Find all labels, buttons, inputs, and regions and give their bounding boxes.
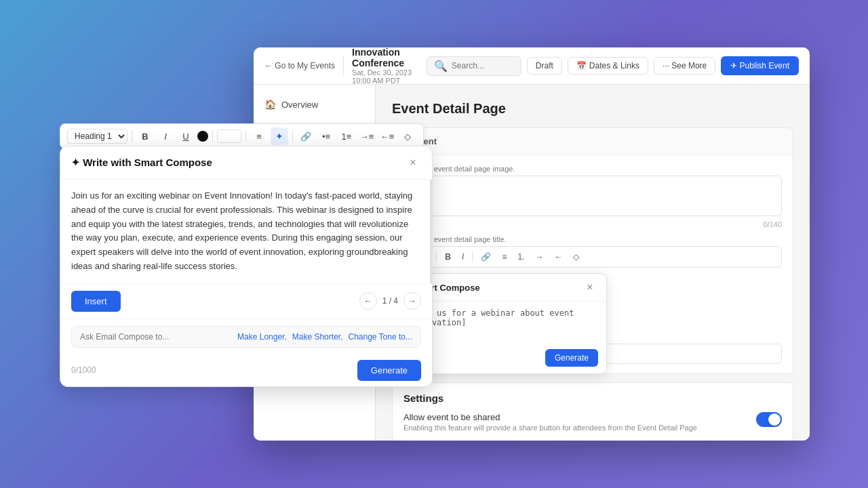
mini-sep-2 [472, 251, 473, 262]
mini-link[interactable]: 🔗 [477, 251, 495, 263]
mini-ordered-list[interactable]: 1. [513, 251, 528, 263]
mini-toolbar: 16 B I 🔗 ≡ 1. → ← ◇ [403, 246, 782, 268]
image-textarea[interactable] [403, 176, 782, 216]
search-input[interactable] [452, 61, 514, 70]
compose-links: Make Longer, Make Shorter, Change Tone t… [237, 332, 412, 342]
dates-links-label: Dates & Links [589, 61, 639, 70]
event-subtitle: Sat, Dec 30, 2023 10:00 AM PDT [352, 68, 418, 85]
sc-generate-row: 0/1000 Generate [60, 354, 432, 386]
sparkle-button[interactable]: ✦ [271, 127, 288, 145]
calendar-icon: 📅 [576, 61, 587, 70]
event-title-group: Innovation Conference Sat, Dec 30, 2023 … [352, 47, 418, 85]
sc-bg-header: Smart Compose × [404, 274, 606, 302]
italic-icon: I [164, 131, 167, 142]
numbered-list-button[interactable]: 1≡ [338, 127, 355, 145]
image-char-count: 0/140 [403, 220, 782, 228]
compose-input[interactable] [80, 332, 232, 342]
allow-share-toggle[interactable] [756, 412, 782, 427]
sc-bg-close[interactable]: × [582, 279, 598, 296]
search-icon: 🔍 [434, 60, 448, 73]
see-more-button[interactable]: ··· See More [654, 57, 715, 75]
mini-bold[interactable]: B [441, 251, 455, 263]
bold-button[interactable]: B [136, 127, 154, 145]
color-picker[interactable] [197, 131, 208, 142]
mini-outdent[interactable]: ← [550, 251, 566, 263]
italic-button[interactable]: I [157, 127, 174, 145]
sc-main-title: ✦ Write with Smart Compose [71, 157, 212, 169]
mini-list[interactable]: ≡ [498, 251, 511, 263]
sc-main-close[interactable]: × [405, 155, 421, 171]
sc-bg-textarea[interactable]: Join us for a webinar about event innova… [412, 308, 598, 336]
back-link[interactable]: ← Go to My Events [264, 61, 335, 70]
content-section-body: Enter an event detail page image. 0/140 … [393, 155, 793, 373]
content-section: Content Enter an event detail page image… [392, 127, 793, 374]
outdent-button[interactable]: ←≡ [378, 127, 396, 145]
main-content: Event Detail Page Content Enter an event… [376, 85, 810, 441]
toolbar-sep-2 [212, 130, 213, 142]
title-field-label: Enter an event detail page title. [403, 235, 782, 243]
font-size-input[interactable]: 16 [217, 129, 241, 143]
setting-name: Allow event to be shared [403, 412, 697, 422]
app-header: ← Go to My Events Innovation Conference … [254, 47, 810, 85]
nav-prev-button[interactable]: ← [359, 292, 377, 310]
dates-links-button[interactable]: 📅 Dates & Links [568, 57, 648, 75]
sc-bg-generate-button[interactable]: Generate [545, 349, 598, 367]
mini-indent[interactable]: → [531, 251, 547, 263]
insert-button[interactable]: Insert [71, 291, 121, 312]
nav-count: 1 / 4 [382, 296, 398, 306]
link-button[interactable]: 🔗 [297, 127, 315, 145]
settings-section: Settings Allow event to be shared Enabli… [392, 382, 793, 441]
make-shorter-link[interactable]: Make Shorter, [292, 332, 343, 342]
toolbar-sep-4 [292, 130, 293, 142]
publish-button[interactable]: ✈ Publish Event [721, 56, 799, 75]
smart-compose-bg: Smart Compose × Join us for a webinar ab… [403, 273, 607, 374]
smart-compose-main: ✦ Write with Smart Compose × Join us for… [60, 146, 433, 387]
underline-button[interactable]: U [177, 127, 195, 145]
sc-bg-footer: Generate [404, 345, 606, 373]
page-title: Event Detail Page [392, 101, 793, 117]
align-left-button[interactable]: ≡ [250, 127, 268, 145]
sidebar-label-overview: Overview [281, 100, 318, 110]
mini-italic[interactable]: I [458, 251, 468, 263]
toolbar-sep-3 [245, 130, 246, 142]
nav-next-button[interactable]: → [403, 292, 421, 310]
bold-icon: B [142, 131, 148, 142]
sc-main-footer: Insert ← 1 / 4 → [60, 283, 432, 319]
draft-button[interactable]: Draft [527, 57, 562, 75]
allow-share-row: Allow event to be shared Enabling this f… [403, 412, 782, 432]
heading-select[interactable]: Heading 1 [67, 129, 127, 144]
sc-bg-body: Join us for a webinar about event innova… [404, 302, 606, 345]
compose-row: Make Longer, Make Shorter, Change Tone t… [71, 326, 421, 348]
search-box[interactable]: 🔍 [427, 56, 521, 76]
image-field-label: Enter an event detail page image. [403, 165, 782, 173]
make-longer-link[interactable]: Make Longer, [237, 332, 287, 342]
mini-diamond[interactable]: ◇ [569, 251, 583, 263]
char-counter: 0/1000 [71, 365, 96, 375]
bullet-list-button[interactable]: •≡ [317, 127, 335, 145]
diamond-button[interactable]: ◇ [399, 127, 416, 145]
underline-icon: U [182, 131, 189, 142]
indent-button[interactable]: →≡ [358, 127, 376, 145]
event-title: Innovation Conference [352, 47, 418, 68]
generate-button[interactable]: Generate [357, 360, 421, 381]
settings-title: Settings [403, 392, 782, 404]
content-section-header: Content [393, 128, 793, 155]
setting-desc: Enabling this feature will provide a sha… [403, 424, 697, 432]
sc-compose-area: Make Longer, Make Shorter, Change Tone t… [60, 319, 432, 354]
change-tone-link[interactable]: Change Tone to... [348, 332, 412, 342]
generated-text: Join us for an exciting webinar on Event… [71, 189, 419, 274]
header-actions: 🔍 Draft 📅 Dates & Links ··· See More ✈ P… [427, 56, 799, 76]
home-icon: 🏠 [264, 99, 276, 110]
sc-main-content: Join us for an exciting webinar on Event… [60, 180, 432, 283]
setting-text: Allow event to be shared Enabling this f… [403, 412, 697, 432]
header-divider [343, 56, 344, 75]
mini-sep-1 [436, 251, 437, 262]
sidebar-item-overview[interactable]: 🏠 Overview [254, 93, 375, 116]
sc-main-header: ✦ Write with Smart Compose × [60, 146, 432, 180]
nav-group: ← 1 / 4 → [359, 292, 421, 310]
toolbar-sep-1 [132, 130, 132, 142]
